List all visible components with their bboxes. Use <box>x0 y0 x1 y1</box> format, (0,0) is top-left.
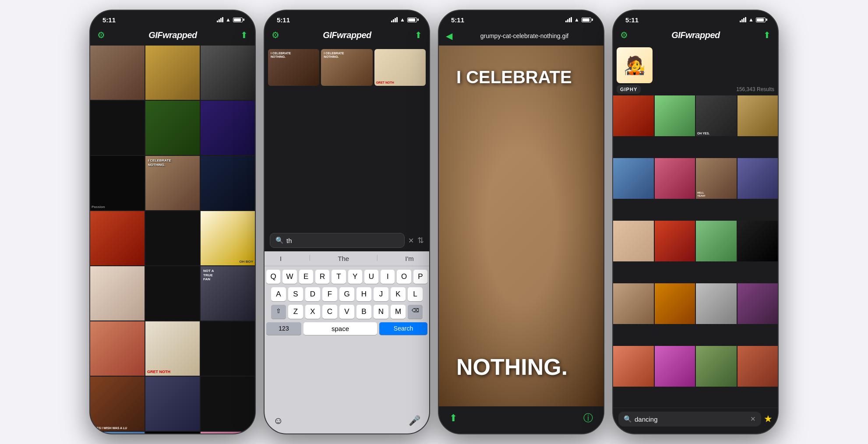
gif-cell-22[interactable] <box>90 432 145 434</box>
gif-cell-4-5[interactable] <box>613 158 654 199</box>
key-v[interactable]: V <box>339 305 354 319</box>
strip-cell-1[interactable]: I CELEBRATENOTHING. <box>268 49 319 86</box>
gif-cell-4-10[interactable] <box>655 221 695 261</box>
gif-cell-4-3[interactable]: OH YES. <box>696 95 737 136</box>
gif-cell-4-16[interactable] <box>737 283 778 324</box>
info-button-3[interactable]: ⓘ <box>583 412 593 425</box>
gear-button-2[interactable]: ⚙ <box>272 30 279 40</box>
key-u[interactable]: U <box>364 270 378 284</box>
gif-cell-12[interactable]: OH BOY <box>201 211 255 265</box>
share-button-3[interactable]: ⬆ <box>449 412 457 424</box>
key-search[interactable]: Search <box>379 322 427 335</box>
key-shift[interactable]: ⇧ <box>271 305 286 319</box>
gif-cell-17[interactable]: GRET NOTH <box>145 321 200 376</box>
gif-cell-18[interactable] <box>201 321 255 376</box>
key-r[interactable]: R <box>315 270 329 284</box>
key-g[interactable]: G <box>339 287 354 301</box>
gif-cell-19[interactable]: TIMES I WISH WAS A LU <box>90 377 145 431</box>
gif-cell-8[interactable]: I CELEBRATENOTHING. <box>145 156 200 210</box>
gif-cell-1[interactable] <box>90 46 145 100</box>
key-h[interactable]: H <box>356 287 371 301</box>
gif-cell-4-9[interactable] <box>613 221 654 261</box>
upload-button-2[interactable]: ⬆ <box>415 30 422 40</box>
key-w[interactable]: W <box>282 270 296 284</box>
gif-cell-4-4[interactable] <box>737 95 778 136</box>
gif-cell-4-13[interactable] <box>613 283 654 324</box>
gif-cell-20[interactable] <box>145 377 200 431</box>
gif-cell-4-7[interactable]: HELLYEAH! <box>696 158 737 199</box>
upload-button-1[interactable]: ⬆ <box>240 30 248 40</box>
gif-cell-14[interactable] <box>145 266 200 321</box>
gif-cell-4-12[interactable] <box>737 221 778 261</box>
clear-icon-4[interactable]: ✕ <box>750 415 756 423</box>
gif-cell-4-8[interactable] <box>737 158 778 199</box>
strip-cell-3[interactable]: GRET NOTH <box>374 49 426 86</box>
gif-cell-4-1[interactable] <box>613 95 654 136</box>
suggestion-3[interactable]: I'm <box>402 254 417 263</box>
gif-cell-4-20[interactable] <box>737 346 778 387</box>
key-o[interactable]: O <box>397 270 411 284</box>
key-q[interactable]: Q <box>266 270 280 284</box>
gif-cell-24[interactable] <box>201 432 255 434</box>
gif-cell-4-14[interactable] <box>655 283 695 324</box>
gif-cell-7[interactable]: Passion <box>90 156 145 210</box>
search-field-2[interactable]: 🔍 th <box>270 233 405 248</box>
key-b[interactable]: B <box>356 305 371 319</box>
gif-cell-6[interactable] <box>201 101 255 155</box>
gif-cell-4-19[interactable] <box>696 346 737 387</box>
key-space[interactable]: space <box>303 322 377 335</box>
gear-button-4[interactable]: ⚙ <box>620 30 628 40</box>
mic-icon[interactable]: 🎤 <box>409 415 420 426</box>
upload-button-4[interactable]: ⬆ <box>763 30 771 40</box>
gif-cell-16[interactable] <box>90 321 145 376</box>
strip-cell-2[interactable]: I CELEBRATENOTHING. <box>321 49 372 86</box>
key-d[interactable]: D <box>305 287 320 301</box>
gif-cell-21[interactable] <box>201 377 255 431</box>
key-t[interactable]: T <box>332 270 346 284</box>
gif-cell-2[interactable] <box>145 46 200 100</box>
gif-cell-15[interactable]: NOT ATRUEFAN <box>201 266 255 321</box>
key-delete[interactable]: ⌫ <box>408 305 423 319</box>
gif-cell-3[interactable] <box>201 46 255 100</box>
gif-cell-10[interactable] <box>90 211 145 265</box>
key-a[interactable]: A <box>271 287 286 301</box>
gif-cell-4-15[interactable] <box>696 283 737 324</box>
gif-cell-4-11[interactable] <box>696 221 737 261</box>
key-e[interactable]: E <box>299 270 313 284</box>
gif-cell-5[interactable] <box>145 101 200 155</box>
sort-icon-2[interactable]: ⇅ <box>417 236 424 245</box>
key-m[interactable]: M <box>391 305 406 319</box>
key-p[interactable]: P <box>413 270 427 284</box>
key-c[interactable]: C <box>322 305 337 319</box>
key-y[interactable]: Y <box>348 270 362 284</box>
key-i[interactable]: I <box>381 270 395 284</box>
gear-button-1[interactable]: ⚙ <box>97 30 105 40</box>
gif-cell-13[interactable] <box>90 266 145 321</box>
key-l[interactable]: L <box>408 287 423 301</box>
key-n[interactable]: N <box>374 305 388 319</box>
emoji-icon[interactable]: ☺ <box>273 415 283 426</box>
dancing-search-field[interactable]: 🔍 dancing ✕ <box>618 412 761 426</box>
gif-cell-23[interactable] <box>145 432 200 434</box>
key-k[interactable]: K <box>391 287 406 301</box>
gif-cell-4-18[interactable] <box>655 346 695 387</box>
suggestion-1[interactable]: I <box>276 254 285 263</box>
favorite-button-4[interactable]: ★ <box>764 413 773 425</box>
gif-cell-4-6[interactable] <box>655 158 695 199</box>
clear-button-2[interactable]: ✕ <box>408 236 414 245</box>
suggestion-2[interactable]: The <box>334 254 353 263</box>
key-f[interactable]: F <box>322 287 337 301</box>
back-button-3[interactable]: ◀ <box>446 31 452 41</box>
key-s[interactable]: S <box>288 287 303 301</box>
key-j[interactable]: J <box>374 287 388 301</box>
key-row-3: ⇧ Z X C V B N M ⌫ <box>266 305 427 319</box>
gif-cell-4-2[interactable] <box>655 95 695 136</box>
gif-cell-4-17[interactable] <box>613 346 654 387</box>
gif-cell-4[interactable] <box>90 101 145 155</box>
key-123[interactable]: 123 <box>266 322 301 335</box>
key-z[interactable]: Z <box>288 305 303 319</box>
gif-cell-9[interactable] <box>201 156 255 210</box>
avatar-cell-4[interactable]: 🧑‍🎤 <box>617 47 653 83</box>
gif-cell-11[interactable] <box>145 211 200 265</box>
key-x[interactable]: X <box>305 305 320 319</box>
